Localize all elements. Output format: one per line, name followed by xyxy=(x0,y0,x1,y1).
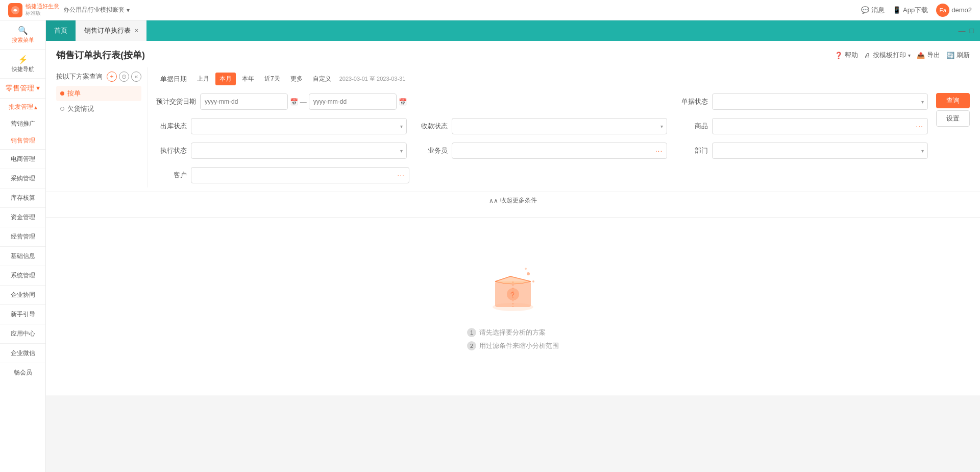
logo-version: 标准版 xyxy=(26,10,59,17)
tip-num-1: 1 xyxy=(467,328,476,337)
help-btn[interactable]: ❓ 帮助 xyxy=(835,51,858,60)
sidebar-item-marketing[interactable]: 营销推广 xyxy=(0,115,45,132)
exec-status-select[interactable] xyxy=(191,143,407,159)
delivery-status-filter: 出库状态 ▾ xyxy=(156,118,407,134)
settings-btn[interactable]: 设置 xyxy=(936,110,970,127)
expected-date-label: 预计交货日期 xyxy=(156,97,196,106)
calendar-icon-start[interactable]: 📅 xyxy=(290,98,298,106)
sidebar-item-ecommerce[interactable]: 电商管理 xyxy=(0,150,45,169)
order-status-select[interactable] xyxy=(712,93,928,110)
goods-picker-btn[interactable]: ··· xyxy=(916,122,923,130)
sidebar-item-enterprise[interactable]: 企业协同 xyxy=(0,286,45,305)
active-dot xyxy=(60,91,64,96)
calendar-icon-end[interactable]: 📅 xyxy=(399,98,407,106)
dept-label: 部门 xyxy=(677,146,708,155)
expected-date-filter: 预计交货日期 📅 — 📅 xyxy=(156,93,407,110)
collapse-more-btn[interactable]: ∧∧ 收起更多条件 xyxy=(489,196,537,205)
query-btn[interactable]: 查询 xyxy=(936,93,970,108)
sidebar-item-funds[interactable]: 资金管理 xyxy=(0,208,45,227)
expected-date-end[interactable] xyxy=(309,93,397,110)
logo: 畅捷通好生意 标准版 xyxy=(8,3,59,17)
goods-input-wrapper[interactable]: ··· xyxy=(712,118,928,134)
tab-close-btn[interactable]: × xyxy=(135,27,138,34)
sidebar-item-retail[interactable]: 零售管理 ▾ xyxy=(0,79,45,99)
date-tab-this-month[interactable]: 本月 xyxy=(215,73,236,85)
order-status-label: 单据状态 xyxy=(677,97,708,106)
filter-nav-by-order[interactable]: 按单 xyxy=(56,86,141,101)
breadcrumb-text: 办公用品行业模拟账套 xyxy=(63,6,125,14)
delivery-status-select[interactable] xyxy=(191,118,407,134)
date-range-inputs: 📅 — 📅 xyxy=(200,93,407,110)
customer-label: 客户 xyxy=(156,171,187,180)
sidebar-item-management[interactable]: 经营管理 xyxy=(0,227,45,247)
sidebar: 🔍 搜索菜单 ⚡ 快捷导航 零售管理 ▾ 批发管理 ▴ 营销推广 销售管理 电商… xyxy=(0,20,46,472)
export-icon: 📤 xyxy=(917,52,925,59)
filter-nav-shortage[interactable]: 欠货情况 xyxy=(56,101,141,116)
sidebar-item-inventory[interactable]: 库存核算 xyxy=(0,188,45,208)
sidebar-item-purchase[interactable]: 采购管理 xyxy=(0,169,45,188)
date-tab-7days[interactable]: 近7天 xyxy=(260,73,284,85)
empty-illustration: ? xyxy=(482,258,544,320)
svg-point-6 xyxy=(525,268,527,270)
payment-status-filter: 收款状态 ▾ xyxy=(417,118,668,134)
salesperson-input-wrapper[interactable]: ··· xyxy=(452,143,668,159)
tab-bar: 首页 销售订单执行表 × — □ xyxy=(46,20,980,41)
date-tabs: 上月 本月 本年 近7天 更多 自定义 2023-03-01 至 2023-03… xyxy=(193,73,405,85)
user-label: demo2 xyxy=(951,6,972,14)
print-btn[interactable]: 🖨 按模板打印 ▾ xyxy=(864,51,911,60)
breadcrumb[interactable]: 办公用品行业模拟账套 ▾ xyxy=(63,6,130,14)
dept-select[interactable] xyxy=(712,143,928,159)
collapse-arrows: ∧∧ xyxy=(489,197,498,204)
date-label: 单据日期 xyxy=(156,75,187,84)
inactive-dot xyxy=(60,107,64,111)
export-btn[interactable]: 📤 导出 xyxy=(917,51,940,60)
customer-input-wrapper[interactable]: ··· xyxy=(191,167,409,183)
filter-settings-btn[interactable]: ⊙ xyxy=(119,72,129,82)
sidebar-item-wholesale[interactable]: 批发管理 ▴ xyxy=(0,99,45,115)
payment-label: 收款状态 xyxy=(417,122,448,131)
sidebar-item-member[interactable]: 畅会员 xyxy=(0,363,45,382)
date-tab-last-month[interactable]: 上月 xyxy=(193,73,213,85)
sidebar-item-guide[interactable]: 新手引导 xyxy=(0,305,45,324)
quick-nav-icon: ⚡ xyxy=(2,55,43,64)
app-download-btn[interactable]: 📱 App下载 xyxy=(893,6,928,15)
sidebar-item-system[interactable]: 系统管理 xyxy=(0,266,45,286)
maximize-btn[interactable]: □ xyxy=(970,27,974,35)
customer-filter: 客户 ··· xyxy=(156,167,409,183)
exec-select-wrapper: ▾ xyxy=(191,143,407,159)
customer-picker-btn[interactable]: ··· xyxy=(397,171,405,179)
sidebar-item-basic-info[interactable]: 基础信息 xyxy=(0,247,45,266)
query-buttons: 查询 设置 xyxy=(936,67,970,187)
user-profile-btn[interactable]: Ea demo2 xyxy=(936,4,972,17)
refresh-btn[interactable]: 🔄 刷新 xyxy=(946,51,970,60)
minimize-btn[interactable]: — xyxy=(959,27,966,35)
filter-collapse-btn[interactable]: « xyxy=(131,72,141,82)
date-tab-this-year[interactable]: 本年 xyxy=(238,73,258,85)
sidebar-item-app-center[interactable]: 应用中心 xyxy=(0,324,45,344)
collapse-bar: ∧∧ 收起更多条件 xyxy=(46,192,980,209)
empty-tip-1: 1 请先选择要分析的方案 xyxy=(467,328,559,337)
sidebar-item-search-menu[interactable]: 🔍 搜索菜单 xyxy=(0,20,45,50)
filter-sidebar: 按以下方案查询 + ⊙ « 按单 xyxy=(56,67,148,187)
message-label: 消息 xyxy=(871,6,885,15)
sidebar-item-sales[interactable]: 销售管理 xyxy=(0,132,45,149)
delivery-select-wrapper: ▾ xyxy=(191,118,407,134)
topbar-right: 💬 消息 📱 App下载 Ea demo2 xyxy=(861,4,972,17)
page-header-actions: ❓ 帮助 🖨 按模板打印 ▾ 📤 导出 xyxy=(835,51,970,60)
date-tab-more[interactable]: 更多 xyxy=(286,73,307,85)
payment-status-select[interactable] xyxy=(452,118,668,134)
salesperson-filter: 业务员 ··· xyxy=(417,143,668,159)
filter-grid-row2: 预计交货日期 📅 — 📅 xyxy=(156,89,928,114)
sidebar-item-wechat[interactable]: 企业微信 xyxy=(0,344,45,363)
sidebar-item-quick-nav[interactable]: ⚡ 快捷导航 xyxy=(0,50,45,79)
tip-num-2: 2 xyxy=(467,341,476,350)
empty-tip-2: 2 用过滤条件来缩小分析范围 xyxy=(467,341,559,350)
tab-sales-order[interactable]: 销售订单执行表 × xyxy=(76,20,146,41)
date-tab-custom[interactable]: 自定义 xyxy=(309,73,335,85)
message-btn[interactable]: 💬 消息 xyxy=(861,6,885,15)
salesperson-picker-btn[interactable]: ··· xyxy=(655,147,663,155)
retail-icon: 零售管理 ▾ xyxy=(2,84,43,93)
expected-date-start[interactable] xyxy=(200,93,288,110)
filter-add-btn[interactable]: + xyxy=(107,72,117,82)
tab-home[interactable]: 首页 xyxy=(46,20,76,41)
